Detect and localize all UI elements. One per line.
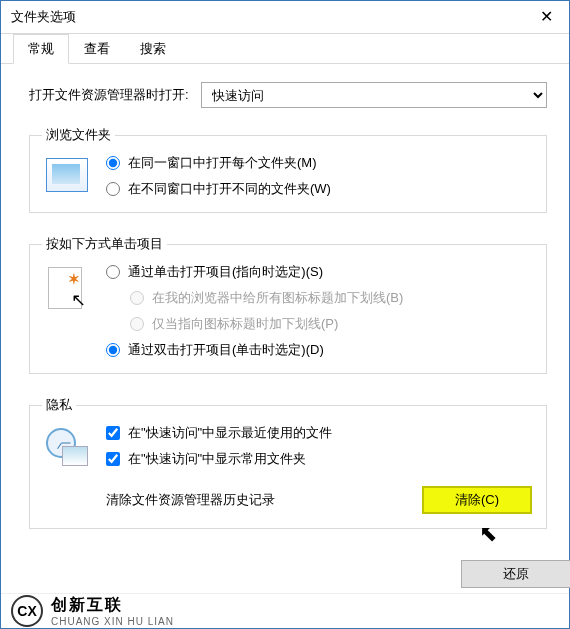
radio-underline-browser-input — [130, 291, 144, 305]
radio-double-click[interactable]: 通过双击打开项目(单击时选定)(D) — [106, 341, 403, 359]
window-title: 文件夹选项 — [11, 8, 76, 26]
watermark-text-en: CHUANG XIN HU LIAN — [51, 616, 174, 627]
watermark-logo-icon: CX — [11, 595, 43, 627]
browse-folders-legend: 浏览文件夹 — [42, 126, 115, 144]
checkbox-frequent-folders[interactable]: 在"快速访问"中显示常用文件夹 — [106, 450, 534, 468]
radio-single-click-label: 通过单击打开项目(指向时选定)(S) — [128, 263, 323, 281]
tab-view[interactable]: 查看 — [69, 34, 125, 63]
radio-underline-point: 仅当指向图标标题时加下划线(P) — [130, 315, 403, 333]
radio-underline-browser-label: 在我的浏览器中给所有图标标题加下划线(B) — [152, 289, 403, 307]
close-button[interactable]: ✕ — [523, 1, 569, 33]
folder-options-window: 文件夹选项 ✕ 常规 查看 搜索 打开文件资源管理器时打开: 快速访问 浏览文件… — [0, 0, 570, 629]
browse-folders-icon — [42, 154, 90, 190]
radio-double-click-input[interactable] — [106, 343, 120, 357]
clear-history-button[interactable]: 清除(C) — [422, 486, 532, 514]
radio-single-click-input[interactable] — [106, 265, 120, 279]
checkbox-recent-files-input[interactable] — [106, 426, 120, 440]
radio-same-window-label: 在同一窗口中打开每个文件夹(M) — [128, 154, 317, 172]
radio-new-window[interactable]: 在不同窗口中打开不同的文件夹(W) — [106, 180, 331, 198]
checkbox-recent-files-label: 在"快速访问"中显示最近使用的文件 — [128, 424, 332, 442]
tab-general[interactable]: 常规 — [13, 34, 69, 64]
tab-strip: 常规 查看 搜索 — [1, 34, 569, 64]
restore-defaults-button[interactable]: 还原 — [461, 560, 570, 588]
open-explorer-select[interactable]: 快速访问 — [201, 82, 547, 108]
titlebar: 文件夹选项 ✕ — [1, 1, 569, 34]
clear-history-row: 清除文件资源管理器历史记录 清除(C) — [106, 486, 534, 514]
privacy-icon — [42, 424, 90, 468]
click-items-legend: 按如下方式单击项目 — [42, 235, 167, 253]
radio-underline-point-label: 仅当指向图标标题时加下划线(P) — [152, 315, 338, 333]
open-explorer-row: 打开文件资源管理器时打开: 快速访问 — [29, 82, 547, 108]
watermark-text-zh: 创新互联 — [51, 595, 174, 616]
radio-double-click-label: 通过双击打开项目(单击时选定)(D) — [128, 341, 324, 359]
radio-new-window-input[interactable] — [106, 182, 120, 196]
radio-new-window-label: 在不同窗口中打开不同的文件夹(W) — [128, 180, 331, 198]
checkbox-recent-files[interactable]: 在"快速访问"中显示最近使用的文件 — [106, 424, 534, 442]
watermark: CX 创新互联 CHUANG XIN HU LIAN — [1, 593, 569, 628]
radio-single-click[interactable]: 通过单击打开项目(指向时选定)(S) — [106, 263, 403, 281]
tab-search[interactable]: 搜索 — [125, 34, 181, 63]
radio-underline-browser: 在我的浏览器中给所有图标标题加下划线(B) — [130, 289, 403, 307]
privacy-group: 隐私 在"快速访问"中显示最近使用的文件 在"快速访问"中显示常用文件 — [29, 396, 547, 529]
radio-same-window-input[interactable] — [106, 156, 120, 170]
checkbox-frequent-folders-input[interactable] — [106, 452, 120, 466]
click-items-icon: ✶ ↖ — [42, 263, 90, 311]
open-explorer-label: 打开文件资源管理器时打开: — [29, 86, 189, 104]
radio-underline-point-input — [130, 317, 144, 331]
close-icon: ✕ — [540, 9, 553, 25]
clear-history-label: 清除文件资源管理器历史记录 — [106, 491, 275, 509]
checkbox-frequent-folders-label: 在"快速访问"中显示常用文件夹 — [128, 450, 306, 468]
click-items-group: 按如下方式单击项目 ✶ ↖ 通过单击打开项目(指向时选定)(S) — [29, 235, 547, 374]
privacy-legend: 隐私 — [42, 396, 76, 414]
radio-same-window[interactable]: 在同一窗口中打开每个文件夹(M) — [106, 154, 331, 172]
browse-folders-group: 浏览文件夹 在同一窗口中打开每个文件夹(M) 在不同窗口中打开不同的文件夹(W) — [29, 126, 547, 213]
tab-content-general: 打开文件资源管理器时打开: 快速访问 浏览文件夹 在同一窗口中打开每个文件夹(M… — [1, 64, 569, 561]
dialog-footer: 还原 — [461, 560, 570, 588]
